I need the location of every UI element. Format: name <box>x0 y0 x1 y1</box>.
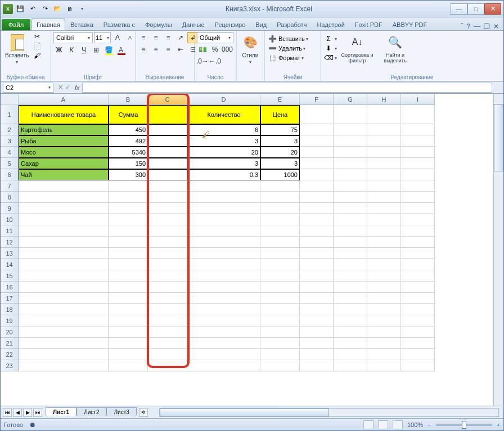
row-header-13[interactable]: 13 <box>1 248 19 259</box>
bold-button[interactable]: Ж <box>53 44 65 56</box>
cell-B18[interactable] <box>109 304 148 315</box>
cut-icon[interactable]: ✂ <box>32 32 42 41</box>
col-header-E[interactable]: E <box>260 94 300 105</box>
cell-I17[interactable] <box>401 293 435 304</box>
ribbon-tab-6[interactable]: Вид <box>250 19 272 30</box>
cell-G20[interactable] <box>334 326 367 338</box>
cell-A11[interactable] <box>19 225 109 237</box>
cell-H18[interactable] <box>367 304 401 315</box>
row-header-3[interactable]: 3 <box>1 135 19 147</box>
cell-C21[interactable] <box>148 338 187 349</box>
cell-I7[interactable] <box>401 180 435 192</box>
cell-I21[interactable] <box>401 338 435 349</box>
cell-B14[interactable] <box>109 259 148 270</box>
ribbon-tab-2[interactable]: Разметка с <box>98 19 140 30</box>
cell-B5[interactable]: 150 <box>109 158 148 169</box>
cell-I2[interactable] <box>401 124 435 135</box>
row-header-1[interactable]: 1 <box>1 105 19 124</box>
redo-icon[interactable]: ↷ <box>40 4 50 14</box>
ribbon-tab-0[interactable]: Главная <box>32 19 65 30</box>
cell-C3[interactable] <box>148 135 187 147</box>
row-header-4[interactable]: 4 <box>1 147 19 158</box>
orientation-icon[interactable]: ↗ <box>175 32 186 43</box>
cell-H5[interactable] <box>367 158 401 169</box>
underline-button[interactable]: Ч <box>78 44 89 56</box>
cell-F15[interactable] <box>300 270 334 282</box>
cell-E21[interactable] <box>260 338 300 349</box>
cell-A12[interactable] <box>19 237 109 248</box>
align-right-icon[interactable]: ≡ <box>163 44 174 55</box>
cell-D21[interactable] <box>187 338 260 349</box>
cell-D23[interactable] <box>187 360 260 371</box>
cell-A4[interactable]: Мясо <box>19 147 109 158</box>
cell-G15[interactable] <box>334 270 367 282</box>
cell-E13[interactable] <box>260 248 300 259</box>
cell-D19[interactable] <box>187 315 260 326</box>
cell-G14[interactable] <box>334 259 367 270</box>
italic-button[interactable]: К <box>66 44 77 56</box>
col-header-I[interactable]: I <box>401 94 435 105</box>
normal-view-icon[interactable] <box>363 420 374 429</box>
ribbon-tab-8[interactable]: Надстрой <box>312 19 349 30</box>
row-header-10[interactable]: 10 <box>1 214 19 225</box>
page-break-view-icon[interactable] <box>393 420 403 429</box>
cell-D20[interactable] <box>187 326 260 338</box>
cell-E3[interactable]: 3 <box>260 135 300 147</box>
cell-F10[interactable] <box>300 214 334 225</box>
cell-D14[interactable] <box>187 259 260 270</box>
cell-E10[interactable] <box>260 214 300 225</box>
cell-B4[interactable]: 5340 <box>109 147 148 158</box>
row-header-7[interactable]: 7 <box>1 180 19 192</box>
row-header-2[interactable]: 2 <box>1 124 19 135</box>
minimize-ribbon-icon[interactable]: ˇ <box>461 22 463 30</box>
help-icon[interactable]: ? <box>466 22 470 30</box>
paste-options-icon[interactable]: 🖌 <box>202 130 210 139</box>
cell-G3[interactable] <box>334 135 367 147</box>
cell-I14[interactable] <box>401 259 435 270</box>
cell-C4[interactable] <box>148 147 187 158</box>
cell-C14[interactable] <box>148 259 187 270</box>
autosum-icon[interactable]: Σ▾ <box>323 34 337 43</box>
cell-F7[interactable] <box>300 180 334 192</box>
cell-I10[interactable] <box>401 214 435 225</box>
cell-G17[interactable] <box>334 293 367 304</box>
save-icon[interactable]: 💾 <box>15 4 25 14</box>
cell-D1[interactable]: Количество <box>187 105 260 124</box>
cell-B7[interactable] <box>109 180 148 192</box>
macro-record-icon[interactable]: ⏺ <box>28 420 38 429</box>
cell-G9[interactable] <box>334 203 367 214</box>
cell-G11[interactable] <box>334 225 367 237</box>
cell-C6[interactable] <box>148 169 187 180</box>
cell-C1[interactable] <box>148 105 187 124</box>
cell-E20[interactable] <box>260 326 300 338</box>
cell-H9[interactable] <box>367 203 401 214</box>
cancel-icon[interactable]: ✕ <box>58 84 63 91</box>
vertical-scrollbar[interactable] <box>493 94 503 406</box>
cell-F21[interactable] <box>300 338 334 349</box>
cell-H14[interactable] <box>367 259 401 270</box>
cell-C16[interactable] <box>148 282 187 293</box>
cell-B1[interactable]: Сумма <box>109 105 148 124</box>
align-bottom-icon[interactable]: ≡ <box>163 32 174 43</box>
cell-B12[interactable] <box>109 237 148 248</box>
grow-font-icon[interactable]: A <box>112 32 123 43</box>
cell-H23[interactable] <box>367 360 401 371</box>
cell-A2[interactable]: Картофель <box>19 124 109 135</box>
row-header-23[interactable]: 23 <box>1 360 19 371</box>
cell-G10[interactable] <box>334 214 367 225</box>
cell-G13[interactable] <box>334 248 367 259</box>
align-left-icon[interactable]: ≡ <box>138 44 149 55</box>
cell-H11[interactable] <box>367 225 401 237</box>
cell-C2[interactable] <box>148 124 187 135</box>
cell-B8[interactable] <box>109 192 148 203</box>
cell-D10[interactable] <box>187 214 260 225</box>
cell-B17[interactable] <box>109 293 148 304</box>
cell-F1[interactable] <box>300 105 334 124</box>
cell-F14[interactable] <box>300 259 334 270</box>
formula-bar[interactable] <box>82 83 492 93</box>
row-header-8[interactable]: 8 <box>1 192 19 203</box>
cell-H8[interactable] <box>367 192 401 203</box>
zoom-out-icon[interactable]: − <box>428 421 431 428</box>
cell-F22[interactable] <box>300 349 334 360</box>
sheet-nav-first-icon[interactable]: ⏮ <box>3 408 12 417</box>
